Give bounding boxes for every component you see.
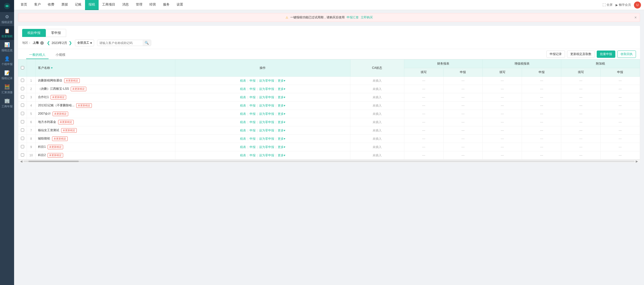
app-logo[interactable] — [0, 0, 14, 12]
op-zero-declare[interactable]: 设为零申报 — [259, 145, 274, 149]
staff-selector[interactable]: 全部员工 ▾ — [75, 39, 94, 46]
op-more[interactable]: 更多▾ — [278, 129, 285, 132]
op-taxform[interactable]: 税表 — [240, 96, 246, 99]
row-checkbox[interactable] — [21, 87, 24, 90]
scroll-thumb[interactable] — [28, 161, 79, 162]
company-name[interactable]: 辅助期初 — [38, 137, 50, 140]
company-name[interactable]: 杨仙女工资测试 — [38, 128, 59, 132]
op-more[interactable]: 更多▾ — [278, 104, 285, 107]
op-taxform[interactable]: 税表 — [240, 145, 246, 149]
sidebar-item-baoshuishezhi[interactable]: ⚙ 报税设置 — [0, 12, 14, 26]
op-declare[interactable]: 申报 — [250, 154, 256, 157]
sidebar-item-gongshang[interactable]: 🏢 工商年报 — [0, 96, 14, 110]
upgrade-button[interactable]: ▶ 畅学会员 — [616, 3, 631, 7]
op-declare[interactable]: 申报 — [250, 104, 256, 107]
op-taxform[interactable]: 税表 — [240, 79, 246, 82]
select-all-checkbox[interactable] — [21, 66, 24, 69]
nav-item-business[interactable]: 工商项目 — [99, 0, 119, 10]
op-taxform[interactable]: 税表 — [240, 137, 246, 140]
sidebar-item-piliangbaoshui[interactable]: 📋 批量报税 — [0, 26, 14, 40]
row-checkbox[interactable] — [21, 145, 24, 148]
op-taxform[interactable]: 税表 — [240, 120, 246, 124]
op-declare[interactable]: 申报 — [250, 145, 256, 149]
op-zero-declare[interactable]: 设为零申报 — [259, 129, 274, 132]
region-info-icon[interactable]: i — [40, 41, 44, 45]
op-zero-declare[interactable]: 设为零申报 — [259, 96, 274, 99]
op-more[interactable]: 更多▾ — [278, 137, 285, 140]
type-tab-xiaoguimo[interactable]: 小规模 — [53, 51, 68, 59]
sort-icon[interactable]: ▾ — [51, 66, 53, 70]
op-zero-declare[interactable]: 设为零申报 — [259, 154, 274, 157]
op-declare[interactable]: 申报 — [250, 120, 256, 124]
op-zero-declare[interactable]: 设为零申报 — [259, 137, 274, 140]
op-declare[interactable]: 申报 — [250, 79, 256, 82]
op-zero-declare[interactable]: 设为零申报 — [259, 104, 274, 107]
op-zero-declare[interactable]: 设为零申报 — [259, 87, 274, 91]
op-more[interactable]: 更多▾ — [278, 96, 285, 99]
shenbaojilu-button[interactable]: 申报记录 — [546, 51, 565, 58]
op-declare[interactable]: 申报 — [250, 96, 256, 99]
company-name[interactable]: 科目1 — [38, 145, 46, 149]
banner-link-shenbaohui[interactable]: 申报汇签 — [347, 15, 359, 20]
op-taxform[interactable]: 税表 — [240, 129, 246, 132]
op-more[interactable]: 更多▾ — [278, 154, 285, 157]
company-name[interactable]: 地方水利基金 — [38, 120, 56, 124]
company-name[interactable]: 勿删新税网络通信 — [38, 79, 62, 82]
nav-item-settings[interactable]: 设置 — [173, 0, 187, 10]
op-taxform[interactable]: 税表 — [240, 104, 246, 107]
genxin-button[interactable]: 更新税定及取数 — [567, 51, 595, 58]
op-declare[interactable]: 申报 — [250, 112, 256, 116]
scroll-right-arrow[interactable]: ▶ — [636, 160, 638, 163]
shougui-button[interactable]: 收取回执 — [617, 51, 636, 58]
op-more[interactable]: 更多▾ — [278, 120, 285, 124]
op-more[interactable]: 更多▾ — [278, 79, 285, 82]
fullscreen-button[interactable]: ⛶ 全屏 — [602, 3, 613, 7]
op-declare[interactable]: 申报 — [250, 87, 256, 91]
op-declare[interactable]: 申报 — [250, 137, 256, 140]
piliang-shenbao-button[interactable]: 批量申报 — [597, 51, 615, 58]
row-checkbox[interactable] — [21, 104, 24, 107]
nav-item-tax[interactable]: 报税 — [85, 0, 99, 10]
nav-item-operation[interactable]: 经营 — [146, 0, 159, 10]
bottom-scrollbar[interactable]: ◀ ▶ — [18, 160, 640, 163]
user-avatar[interactable]: U — [634, 2, 641, 9]
company-name[interactable]: （勿删）江西般宝-LSS — [38, 87, 69, 90]
op-more[interactable]: 更多▾ — [278, 87, 285, 91]
sidebar-item-baoshuijilu[interactable]: 📝 报税记录 — [0, 68, 14, 82]
banner-link-purchase[interactable]: 立即购买 — [361, 15, 373, 20]
row-checkbox[interactable] — [21, 120, 24, 123]
sidebar-item-baoshui-zonlan[interactable]: 📊 报税总览 — [0, 40, 14, 54]
company-name[interactable]: 科目2 — [38, 153, 46, 157]
date-next-button[interactable]: ❯ — [69, 40, 72, 45]
op-zero-declare[interactable]: 设为零申报 — [259, 112, 274, 116]
op-zero-declare[interactable]: 设为零申报 — [259, 120, 274, 124]
search-input[interactable] — [97, 40, 143, 46]
op-declare[interactable]: 申报 — [250, 129, 256, 132]
sidebar-item-huisuan[interactable]: 🧮 汇算清缴 — [0, 82, 14, 96]
row-checkbox[interactable] — [21, 128, 24, 132]
row-checkbox[interactable] — [21, 137, 24, 140]
scroll-left-arrow[interactable]: ◀ — [20, 160, 22, 163]
op-taxform[interactable]: 税表 — [240, 154, 246, 157]
nav-item-invoice[interactable]: 票据 — [58, 0, 71, 10]
row-checkbox[interactable] — [21, 79, 24, 82]
nav-item-charges[interactable]: 收费 — [44, 0, 58, 10]
nav-item-message[interactable]: 消息 — [119, 0, 132, 10]
sidebar-item-geshui[interactable]: 👤 个税申报 — [0, 54, 14, 68]
nav-item-home[interactable]: 首页 — [17, 0, 31, 10]
op-taxform[interactable]: 税表 — [240, 87, 246, 91]
nav-item-customer[interactable]: 客户 — [31, 0, 44, 10]
row-checkbox[interactable] — [21, 95, 24, 99]
op-more[interactable]: 更多▾ — [278, 145, 285, 149]
tab-zero-shenbao[interactable]: 零申报 — [46, 29, 66, 37]
row-checkbox[interactable] — [21, 112, 24, 115]
type-tab-yiban[interactable]: 一般的税人 — [26, 51, 49, 59]
op-zero-declare[interactable]: 设为零申报 — [259, 79, 274, 82]
search-button[interactable]: 🔍 — [143, 40, 151, 46]
tab-shuikuan-shenbao[interactable]: 税款申报 — [22, 29, 46, 37]
op-more[interactable]: 更多▾ — [278, 112, 285, 116]
company-name[interactable]: 2013日记账（不要删除哈... — [38, 104, 74, 107]
nav-item-accounting[interactable]: 记账 — [71, 0, 85, 10]
company-name[interactable]: 合作社1 — [38, 95, 49, 99]
company-name[interactable]: 2007会计 — [38, 112, 51, 115]
